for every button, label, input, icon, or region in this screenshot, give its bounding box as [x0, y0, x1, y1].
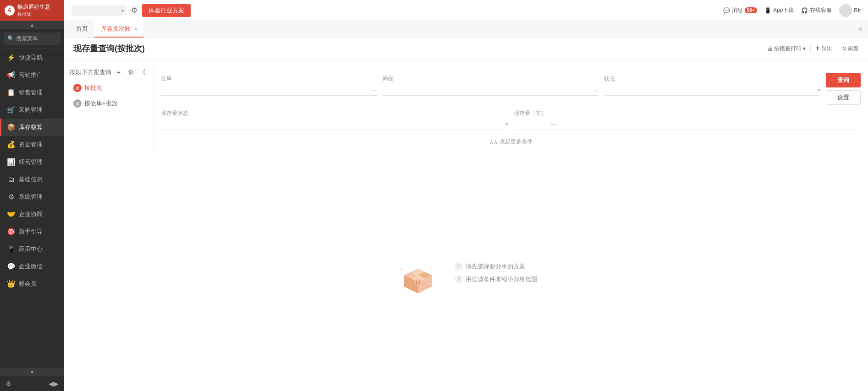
empty-tip-1: 1 请先选择要分析的方案: [455, 262, 537, 271]
product-field: 商品 ···: [383, 75, 599, 96]
topbar-search-input[interactable]: [71, 5, 126, 16]
sidebar-item-marketing[interactable]: 📢 营销推广: [0, 66, 64, 84]
marketing-icon: 📢: [7, 71, 15, 79]
refresh-button[interactable]: ↻ 刷新: [842, 45, 859, 53]
add-scheme-button[interactable]: +: [114, 67, 124, 77]
settings-button[interactable]: 设置: [826, 90, 861, 105]
sidebar-item-basic[interactable]: 🗂 基础信息: [0, 171, 64, 188]
user-avatar: [839, 4, 852, 17]
finance-icon: 💰: [7, 141, 15, 149]
svg-text:✦: ✦: [429, 266, 432, 269]
sidebar-item-quick-nav[interactable]: ⚡ 快捷导航: [0, 49, 64, 66]
user-profile-button[interactable]: Rit: [839, 4, 861, 17]
query-button[interactable]: 查询: [826, 73, 861, 87]
filter-row-2: 现存量状态 ▾ 现存量（主） —: [161, 109, 861, 130]
sales-icon: 📋: [7, 88, 15, 97]
collapse-more-button[interactable]: ∧∧ 收起更多条件: [161, 135, 861, 148]
filter-main: 仓库 ··· 商品 ··· 状态: [154, 60, 868, 154]
app-tag: 标准版: [17, 11, 50, 17]
topbar-left: ⚙ 体验行业方案: [71, 4, 191, 17]
warehouse-input[interactable]: [161, 87, 372, 93]
warehouse-more-icon[interactable]: ···: [372, 86, 377, 93]
sidebar-item-purchase[interactable]: 🛒 采购管理: [0, 101, 64, 119]
sidebar-collapse-button[interactable]: ◀▶: [49, 380, 59, 387]
empty-tip-2: 2 用过滤条件来缩小分析范围: [455, 275, 537, 283]
sidebar-scroll-up[interactable]: ▲: [0, 21, 64, 29]
messages-button[interactable]: 💬 消息 99+: [723, 6, 757, 14]
filter-sidebar: 按以下方案查询 + ⚙ 《 ⚙ 按批次 ⚙ 按仓库+批次: [64, 60, 154, 154]
sidebar-item-inventory[interactable]: 📦 库存核算: [0, 119, 64, 136]
topbar-gear-button[interactable]: ⚙: [131, 6, 137, 15]
filter-option-batch[interactable]: ⚙ 按批次: [64, 80, 153, 96]
sidebar-settings-button[interactable]: ⚙: [5, 380, 11, 387]
phone-icon: 📱: [764, 7, 771, 14]
product-more-icon[interactable]: ···: [593, 86, 599, 93]
filter-sidebar-header: 按以下方案查询 + ⚙ 《: [64, 65, 153, 80]
sidebar-footer: ⚙ ◀▶: [0, 376, 64, 391]
message-badge: 99+: [745, 7, 757, 13]
tip-num-1: 1: [455, 262, 463, 271]
inventory-qty-field: 现存量（主） —: [514, 109, 861, 130]
sidebar-item-appstore[interactable]: 📱 应用中心: [0, 240, 64, 258]
svg-point-5: [414, 278, 422, 286]
tab-close-inventory-batch[interactable]: ×: [134, 26, 137, 32]
status-select[interactable]: [604, 87, 818, 93]
sidebar-item-operations[interactable]: 📊 经营管理: [0, 153, 64, 171]
qty-dash: —: [550, 121, 556, 128]
online-service-button[interactable]: 🎧 在线客服: [801, 6, 832, 14]
close-panel-button[interactable]: ×: [858, 25, 863, 33]
topbar: ⚙ 体验行业方案 💬 消息 99+ 📱 App下载 🎧 在线客服 Rit: [64, 0, 868, 21]
sidebar-item-finance[interactable]: 💰 资金管理: [0, 136, 64, 153]
print-dropdown-icon: ▾: [803, 45, 806, 52]
status-dropdown-icon: ▾: [818, 87, 820, 93]
sidebar-item-enterprise[interactable]: 🤝 企业协同: [0, 206, 64, 223]
search-icon: 🔍: [7, 35, 14, 42]
purchase-icon: 🛒: [7, 106, 15, 114]
headset-icon: 🎧: [801, 7, 808, 14]
svg-text:✦: ✦: [400, 267, 403, 272]
inv-status-dropdown-icon: ▾: [505, 121, 508, 127]
newbie-icon: 🎯: [7, 228, 15, 236]
main-area: ⚙ 体验行业方案 💬 消息 99+ 📱 App下载 🎧 在线客服 Rit: [64, 0, 868, 391]
app-download-button[interactable]: 📱 App下载: [764, 6, 794, 14]
action-divider-1: [810, 45, 811, 52]
sidebar-header: 6 畅康通好生意 标准版: [0, 0, 64, 21]
inventory-icon: 📦: [7, 123, 15, 131]
sidebar-item-system[interactable]: ⚙ 系统管理: [0, 188, 64, 206]
svg-point-6: [416, 280, 418, 282]
sidebar-item-newbie[interactable]: 🎯 新手引导: [0, 223, 64, 240]
filter-option-warehouse-batch[interactable]: ⚙ 按仓库+批次: [64, 96, 153, 111]
member-icon: 👑: [7, 280, 15, 288]
product-input[interactable]: [383, 87, 593, 93]
page-title: 现存量查询(按批次): [73, 43, 145, 54]
export-button[interactable]: ⬆ 导出: [815, 45, 832, 53]
search-menu-button[interactable]: 🔍 搜索菜单: [4, 33, 60, 45]
page-actions: 🖨 按模板打印 ▾ ⬆ 导出 ↻ 刷新: [767, 45, 859, 53]
content-area: 现存量查询(按批次) 🖨 按模板打印 ▾ ⬆ 导出 ↻ 刷新: [64, 38, 868, 391]
inventory-status-select[interactable]: [161, 121, 505, 128]
sidebar-item-member[interactable]: 👑 畅会员: [0, 275, 64, 293]
warehouse-input-wrap: ···: [161, 84, 377, 96]
print-button[interactable]: 🖨 按模板打印 ▾: [767, 45, 806, 53]
sidebar-item-wechat[interactable]: 💬 企业微信: [0, 258, 64, 275]
quick-nav-icon: ⚡: [7, 54, 15, 62]
inventory-qty-from-input[interactable]: [514, 121, 550, 128]
sidebar-item-sales[interactable]: 📋 销售管理: [0, 84, 64, 101]
app-name-wrap: 畅康通好生意 标准版: [17, 4, 50, 17]
tab-inventory-batch[interactable]: 库存批次账 ×: [94, 21, 143, 38]
empty-illustration: ✦ ✦ ✦: [395, 250, 441, 296]
collapse-sidebar-button[interactable]: 《: [137, 67, 148, 77]
inventory-qty-to-input[interactable]: [556, 121, 593, 128]
sidebar-nav: ⚡ 快捷导航 📢 营销推广 📋 销售管理 🛒 采购管理 📦 库存核算 💰 资金管…: [0, 49, 64, 368]
wechat-icon: 💬: [7, 262, 15, 271]
tab-home[interactable]: 首页: [70, 21, 94, 38]
sidebar-scroll-down[interactable]: ▼: [0, 368, 64, 376]
svg-text:✦: ✦: [423, 261, 424, 264]
trial-industry-button[interactable]: 体验行业方案: [142, 4, 191, 17]
warehouse-batch-option-icon: ⚙: [73, 99, 82, 108]
scheme-settings-button[interactable]: ⚙: [126, 67, 136, 77]
enterprise-icon: 🤝: [7, 210, 15, 218]
inventory-qty-wrap: —: [514, 119, 861, 130]
export-icon: ⬆: [815, 45, 820, 52]
topbar-right: 💬 消息 99+ 📱 App下载 🎧 在线客服 Rit: [723, 4, 861, 17]
